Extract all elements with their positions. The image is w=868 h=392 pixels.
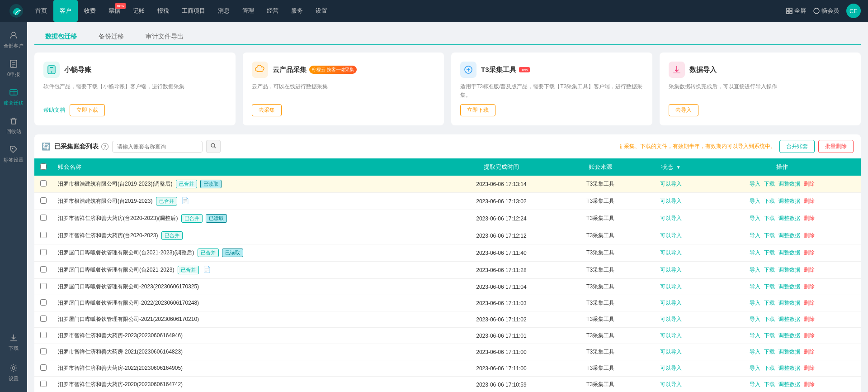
action-导入[interactable]: 导入	[748, 215, 762, 221]
action-删除[interactable]: 删除	[802, 332, 816, 339]
batch-delete-button[interactable]: 批量删除	[818, 140, 854, 153]
row-checkbox-cell[interactable]	[34, 193, 52, 210]
action-下载[interactable]: 下载	[762, 198, 777, 204]
action-导入[interactable]: 导入	[748, 198, 762, 204]
row-checkbox-cell[interactable]	[34, 328, 52, 344]
select-all-checkbox[interactable]	[40, 163, 47, 170]
help-icon[interactable]: ?	[101, 143, 108, 150]
nav-home[interactable]: 首页	[29, 0, 53, 22]
row-checkbox-cell[interactable]	[34, 227, 52, 244]
row-checkbox[interactable]	[40, 299, 47, 306]
tab-data-migration[interactable]: 数据包迁移	[34, 29, 88, 45]
action-调整数据[interactable]: 调整数据	[777, 381, 802, 387]
t3-download-button[interactable]: 立即下载	[460, 104, 495, 116]
action-下载[interactable]: 下载	[762, 349, 777, 355]
action-导入[interactable]: 导入	[748, 381, 762, 387]
row-checkbox[interactable]	[40, 215, 47, 221]
action-删除[interactable]: 删除	[802, 349, 816, 355]
row-checkbox-cell[interactable]	[34, 262, 52, 279]
search-button[interactable]	[206, 140, 221, 153]
file-icon[interactable]: 📄	[181, 197, 189, 204]
sidebar-item-account-migration[interactable]: 账套迁移	[0, 82, 27, 111]
row-checkbox[interactable]	[40, 283, 47, 289]
action-下载[interactable]: 下载	[762, 365, 777, 371]
xiaochang-download-button[interactable]: 立即下载	[70, 104, 105, 116]
action-下载[interactable]: 下载	[762, 332, 777, 339]
action-导入[interactable]: 导入	[748, 267, 762, 273]
row-checkbox-cell[interactable]	[34, 279, 52, 295]
action-导入[interactable]: 导入	[748, 249, 762, 256]
action-下载[interactable]: 下载	[762, 232, 777, 239]
row-checkbox-cell[interactable]	[34, 360, 52, 377]
action-下载[interactable]: 下载	[762, 249, 777, 256]
action-导入[interactable]: 导入	[748, 316, 762, 322]
action-调整数据[interactable]: 调整数据	[777, 283, 802, 290]
row-checkbox[interactable]	[40, 348, 47, 354]
row-checkbox-cell[interactable]	[34, 244, 52, 262]
row-checkbox-cell[interactable]	[34, 377, 52, 392]
action-删除[interactable]: 删除	[802, 198, 816, 204]
action-删除[interactable]: 删除	[802, 316, 816, 322]
action-删除[interactable]: 删除	[802, 267, 816, 273]
row-checkbox-cell[interactable]	[34, 311, 52, 328]
header-status[interactable]: 状态 ▼	[639, 158, 703, 176]
nav-billing[interactable]: 收费	[78, 0, 102, 22]
action-删除[interactable]: 删除	[802, 381, 816, 387]
header-checkbox[interactable]	[34, 158, 52, 176]
merge-accounts-button[interactable]: 合并账套	[779, 140, 815, 153]
nav-invoice[interactable]: 票据new	[102, 0, 127, 22]
row-checkbox[interactable]	[40, 197, 47, 204]
nav-business[interactable]: 工商项目	[175, 0, 212, 22]
fullscreen-button[interactable]: 全屏	[786, 7, 806, 15]
action-调整数据[interactable]: 调整数据	[777, 232, 802, 239]
dataimport-go-button[interactable]: 去导入	[669, 104, 698, 116]
action-删除[interactable]: 删除	[802, 215, 816, 221]
action-调整数据[interactable]: 调整数据	[777, 249, 802, 256]
action-删除[interactable]: 删除	[802, 232, 816, 239]
action-删除[interactable]: 删除	[802, 283, 816, 290]
action-导入[interactable]: 导入	[748, 332, 762, 339]
row-checkbox-cell[interactable]	[34, 344, 52, 360]
yuncp-collect-button[interactable]: 去采集	[252, 104, 282, 116]
row-checkbox[interactable]	[40, 316, 47, 322]
action-导入[interactable]: 导入	[748, 300, 762, 306]
row-checkbox[interactable]	[40, 266, 47, 272]
file-icon[interactable]: 📄	[203, 266, 211, 273]
sidebar-item-settings2[interactable]: 设置	[8, 358, 19, 387]
action-导入[interactable]: 导入	[748, 283, 762, 290]
sidebar-item-zero-report[interactable]: 0申报	[0, 54, 27, 82]
row-checkbox-cell[interactable]	[34, 176, 52, 193]
row-checkbox[interactable]	[40, 249, 47, 255]
user-avatar[interactable]: CE	[846, 4, 861, 18]
nav-message[interactable]: 消息	[212, 0, 236, 22]
action-删除[interactable]: 删除	[802, 249, 816, 256]
nav-manage[interactable]: 管理	[236, 0, 260, 22]
action-下载[interactable]: 下载	[762, 316, 777, 322]
row-checkbox[interactable]	[40, 332, 47, 338]
row-checkbox-cell[interactable]	[34, 295, 52, 311]
sidebar-item-tag-settings[interactable]: 标签设置	[0, 139, 27, 168]
nav-service[interactable]: 服务	[285, 0, 309, 22]
action-删除[interactable]: 删除	[802, 365, 816, 371]
sidebar-item-all-customers[interactable]: 全部客户	[0, 25, 27, 54]
nav-bookkeeping[interactable]: 记账	[127, 0, 151, 22]
row-checkbox[interactable]	[40, 180, 47, 186]
action-调整数据[interactable]: 调整数据	[777, 215, 802, 221]
nav-operation[interactable]: 经营	[260, 0, 285, 22]
action-下载[interactable]: 下载	[762, 300, 777, 306]
action-调整数据[interactable]: 调整数据	[777, 300, 802, 306]
action-导入[interactable]: 导入	[748, 349, 762, 355]
vip-button[interactable]: 畅会员	[813, 7, 839, 15]
sidebar-item-download[interactable]: 下载	[8, 328, 19, 356]
action-导入[interactable]: 导入	[748, 232, 762, 239]
action-调整数据[interactable]: 调整数据	[777, 365, 802, 371]
row-checkbox[interactable]	[40, 232, 47, 238]
action-调整数据[interactable]: 调整数据	[777, 316, 802, 322]
action-调整数据[interactable]: 调整数据	[777, 181, 802, 187]
action-删除[interactable]: 删除	[802, 181, 816, 187]
nav-tax[interactable]: 报税	[151, 0, 175, 22]
action-下载[interactable]: 下载	[762, 267, 777, 273]
action-下载[interactable]: 下载	[762, 283, 777, 290]
app-logo[interactable]	[7, 2, 25, 20]
row-checkbox-cell[interactable]	[34, 210, 52, 227]
